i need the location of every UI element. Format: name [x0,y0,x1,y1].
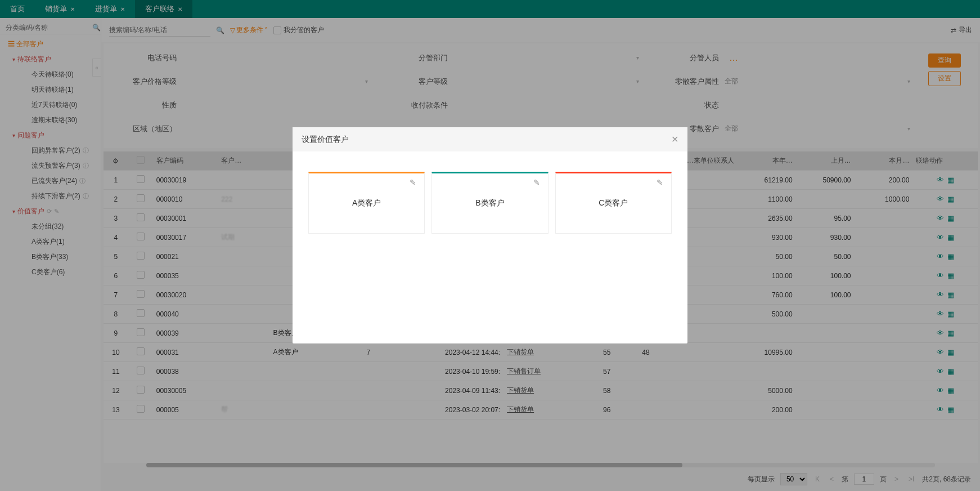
card-label: A类客户 [352,198,381,208]
card-label: B类客户 [475,198,504,208]
modal-title: 设置价值客户 [302,135,349,145]
edit-icon[interactable]: ✎ [657,178,666,187]
value-card-c[interactable]: ✎ C类客户 [555,172,672,234]
modal-overlay[interactable]: 设置价值客户 ✕ ✎ A类客户 ✎ B类客户 ✎ C类客户 [0,0,980,491]
value-customer-modal: 设置价值客户 ✕ ✎ A类客户 ✎ B类客户 ✎ C类客户 [293,127,687,343]
value-card-a[interactable]: ✎ A类客户 [308,172,425,234]
edit-icon[interactable]: ✎ [533,178,542,187]
edit-icon[interactable]: ✎ [410,178,419,187]
card-label: C类客户 [599,198,628,208]
value-card-b[interactable]: ✎ B类客户 [431,172,548,234]
close-icon[interactable]: ✕ [671,134,678,145]
